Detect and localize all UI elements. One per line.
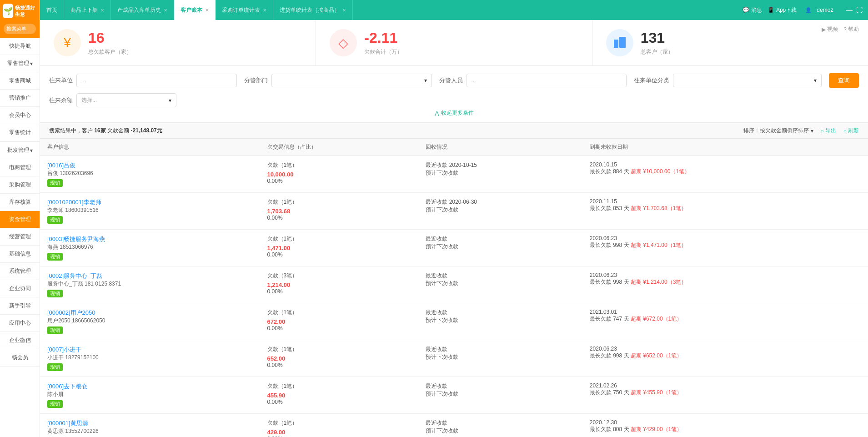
overdue-link[interactable]: 超期 ¥1,214.00（3笔） bbox=[631, 279, 687, 285]
sidebar-item-biz-mgmt[interactable]: 经营管理 bbox=[0, 228, 40, 246]
customer-name-link[interactable]: [0007]小进干 bbox=[47, 346, 81, 353]
debt-amount: 429.00 bbox=[267, 429, 411, 436]
sidebar-item-purchase-mgmt[interactable]: 采购管理 bbox=[0, 176, 40, 194]
overdue-link[interactable]: 超期 ¥1,703.68（1笔） bbox=[631, 205, 687, 211]
cell-due-date: 2020.06.23 最长欠款 998 天 超期 ¥1,214.00（3笔） bbox=[582, 266, 868, 303]
stat-debt-customers: ¥ 16 总欠款客户（家） bbox=[40, 20, 316, 65]
minimize-icon[interactable]: — bbox=[846, 6, 853, 14]
overdue-link[interactable]: 超期 ¥429.00（1笔） bbox=[631, 426, 682, 432]
close-icon[interactable]: ✕ bbox=[342, 8, 346, 13]
last-payment: 最近收款 2020-10-15 bbox=[426, 161, 575, 169]
sidebar-item-enterprise-coop[interactable]: 企业协同 bbox=[0, 280, 40, 297]
sidebar-item-batch-mgmt[interactable]: 批发管理 ▾ bbox=[0, 142, 40, 159]
tab-purchase-stats-product[interactable]: 进货单统计表（按商品） ✕ bbox=[273, 0, 353, 20]
source-unit-input[interactable]: ... bbox=[76, 74, 237, 87]
maximize-icon[interactable]: ⛶ bbox=[856, 6, 863, 14]
customer-name-link[interactable]: [000001]黄思源 bbox=[47, 420, 88, 427]
cell-debt-info: 欠款（1笔） 455.90 0.00% bbox=[260, 377, 419, 414]
result-bar: 搜索结果中，客户 16家 欠款金额 -21,148.07元 排序：按欠款金额倒序… bbox=[40, 123, 868, 139]
sidebar-item-enterprise-wechat[interactable]: 企业微信 bbox=[0, 332, 40, 349]
tab-product-history[interactable]: 产成品入库单历史 ✕ bbox=[111, 0, 174, 20]
tab-product-offline[interactable]: 商品上下架 ✕ bbox=[64, 0, 111, 20]
sidebar-item-basic-info[interactable]: 基础信息 bbox=[0, 246, 40, 263]
next-payment: 预计下次收款 bbox=[426, 353, 575, 361]
sidebar-item-ecom-mgmt[interactable]: 电商管理 bbox=[0, 159, 40, 176]
cell-customer-info: [0007]小进干 小进干 18279152100 现销 bbox=[40, 340, 260, 377]
next-payment: 预计下次收款 bbox=[426, 427, 575, 435]
cell-customer-info: [0016]吕俊 吕俊 13026203696 现销 bbox=[40, 156, 260, 193]
balance-select[interactable]: 选择... ▾ bbox=[76, 93, 176, 107]
customer-name-link[interactable]: [0016]吕俊 bbox=[47, 162, 75, 169]
cell-customer-info: [000001]黄思源 黄思源 13552700226 现销 bbox=[40, 414, 260, 437]
app-download-button[interactable]: 📱 App下载 bbox=[768, 6, 797, 14]
close-icon[interactable]: ✕ bbox=[205, 8, 209, 13]
debt-amount: 455.90 bbox=[267, 392, 411, 399]
cell-due-date: 2020.06.23 最长欠款 998 天 超期 ¥652.00（1笔） bbox=[582, 340, 868, 377]
customer-name-link[interactable]: [000002]用户2050 bbox=[47, 309, 95, 316]
help-link[interactable]: ? 帮助 bbox=[843, 25, 859, 33]
debt-customers-info: 16 总欠款客户（家） bbox=[88, 30, 302, 56]
customer-name-link[interactable]: [0003]畅捷服务尹海燕 bbox=[47, 236, 105, 242]
sidebar-item-app-center[interactable]: 应用中心 bbox=[0, 315, 40, 332]
sidebar-item-marketing[interactable]: 营销推广 bbox=[0, 90, 40, 107]
sidebar-item-retail-mgmt[interactable]: 零售管理 ▾ bbox=[0, 55, 40, 72]
customer-contact: 吕俊 13026203696 bbox=[47, 170, 253, 177]
next-payment: 预计下次收款 bbox=[426, 316, 575, 324]
customer-contact: 黄思源 13552700226 bbox=[47, 427, 253, 435]
last-payment: 最近收款 bbox=[426, 346, 575, 353]
sidebar-item-retail-stats[interactable]: 零售统计 bbox=[0, 124, 40, 141]
debt-desc: 欠款（1笔） bbox=[267, 346, 411, 353]
filter-row-1: 往来单位 ... 分管部门 ▾ 分管人员 ... bbox=[49, 73, 859, 88]
overdue-link[interactable]: 超期 ¥1,471.00（1笔） bbox=[631, 242, 687, 248]
last-payment: 最近收款 bbox=[426, 235, 575, 243]
overdue-days: 最长欠款 750 天 超期 ¥455.90（1笔） bbox=[590, 389, 861, 397]
debt-desc: 欠款（1笔） bbox=[267, 419, 411, 427]
overdue-days: 最长欠款 884 天 超期 ¥10,000.00（1笔） bbox=[590, 168, 861, 176]
tab-home[interactable]: 首页 bbox=[40, 0, 64, 20]
sort-select[interactable]: 排序：按欠款金额倒序排序 ▾ bbox=[743, 127, 813, 135]
overdue-link[interactable]: 超期 ¥672.00（1笔） bbox=[631, 316, 682, 322]
debt-ratio: 0.00% bbox=[267, 362, 411, 368]
user-avatar[interactable]: 👤 demo2 bbox=[802, 4, 833, 16]
cell-customer-info: [000002]用户2050 用户2050 18665062050 现销 bbox=[40, 303, 260, 340]
tab-customer-account[interactable]: 客户账本 ✕ bbox=[174, 0, 216, 20]
sidebar-item-quick-nav[interactable]: 快捷导航 bbox=[0, 38, 40, 55]
customer-name-link[interactable]: [0002]服务中心_丁磊 bbox=[47, 272, 102, 279]
customer-name-link[interactable]: [0001020001]李老师 bbox=[47, 199, 101, 206]
export-button[interactable]: ○ 导出 bbox=[821, 127, 836, 135]
unit-class-select[interactable]: ▾ bbox=[673, 74, 822, 87]
sidebar-item-capital-mgmt[interactable]: 资金管理 bbox=[0, 211, 40, 228]
refresh-button[interactable]: ○ 刷新 bbox=[843, 127, 859, 135]
sidebar-item-sys-mgmt[interactable]: 系统管理 bbox=[0, 263, 40, 280]
message-button[interactable]: 💬 消息 bbox=[743, 6, 762, 14]
debt-desc: 欠款（1笔） bbox=[267, 235, 411, 243]
collapse-filter-button[interactable]: ⋀ 收起更多条件 bbox=[49, 107, 859, 119]
video-link[interactable]: ▶ 视频 bbox=[822, 25, 838, 33]
search-menu-button[interactable]: 搜索菜单 bbox=[4, 24, 36, 34]
close-icon[interactable]: ✕ bbox=[100, 8, 104, 13]
result-summary: 搜索结果中，客户 16家 欠款金额 -21,148.07元 bbox=[49, 127, 162, 135]
page-content: ¥ 16 总欠款客户（家） ◇ -2.11 欠款合计（万） 131 bbox=[40, 20, 868, 437]
tab-purchase-stats[interactable]: 采购订单统计表 ✕ bbox=[216, 0, 273, 20]
close-icon[interactable]: ✕ bbox=[263, 8, 266, 13]
overdue-link[interactable]: 超期 ¥652.00（1笔） bbox=[631, 352, 682, 359]
overdue-days: 最长欠款 747 天 超期 ¥672.00（1笔） bbox=[590, 315, 861, 323]
overdue-days: 最长欠款 998 天 超期 ¥652.00（1笔） bbox=[590, 352, 861, 360]
cell-recovery: 最近收款 预计下次收款 bbox=[418, 303, 582, 340]
manager-input[interactable]: ... bbox=[467, 74, 627, 87]
overdue-link[interactable]: 超期 ¥10,000.00（1笔） bbox=[631, 168, 690, 175]
sidebar-item-retail-store[interactable]: 零售商城 bbox=[0, 72, 40, 90]
customer-tag: 现销 bbox=[47, 400, 63, 408]
sidebar-item-newbie-guide[interactable]: 新手引导 bbox=[0, 297, 40, 315]
sidebar-item-member-center[interactable]: 会员中心 bbox=[0, 107, 40, 124]
customer-name-link[interactable]: [0006]去下粮仓 bbox=[47, 383, 87, 390]
result-actions: 排序：按欠款金额倒序排序 ▾ ○ 导出 ○ 刷新 bbox=[743, 127, 859, 135]
close-icon[interactable]: ✕ bbox=[164, 8, 167, 13]
cell-due-date: 2021.03.01 最长欠款 747 天 超期 ¥672.00（1笔） bbox=[582, 303, 868, 340]
query-button[interactable]: 查询 bbox=[829, 73, 859, 88]
col-recovery: 回收情况 bbox=[418, 139, 582, 156]
overdue-link[interactable]: 超期 ¥455.90（1笔） bbox=[631, 389, 682, 396]
dept-select[interactable]: ▾ bbox=[271, 74, 432, 87]
sidebar-item-inventory[interactable]: 库存核算 bbox=[0, 194, 40, 211]
sidebar-item-chang-member[interactable]: 畅会员 bbox=[0, 349, 40, 367]
